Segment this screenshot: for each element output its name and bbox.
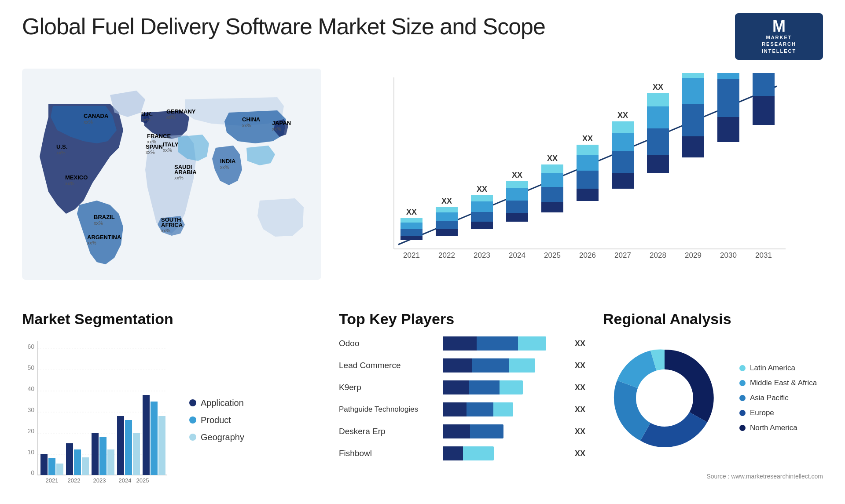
player-bar-fishbowl <box>443 446 564 460</box>
svg-rect-133 <box>133 433 140 475</box>
svg-text:40: 40 <box>27 385 34 392</box>
svg-rect-52 <box>471 195 493 201</box>
source-text: Source : www.marketresearchintellect.com <box>603 473 823 480</box>
svg-text:ARABIA: ARABIA <box>174 169 197 175</box>
page-container: Global Fuel Delivery Software Market Siz… <box>0 0 845 504</box>
player-seg3-k9erp <box>500 380 523 394</box>
svg-text:2025: 2025 <box>136 477 149 484</box>
map-section: CANADA xx% U.S. xx% MEXICO xx% BRAZIL xx… <box>22 69 321 297</box>
regional-section: Regional Analysis <box>603 310 823 504</box>
svg-text:INDIA: INDIA <box>220 158 236 164</box>
svg-text:AFRICA: AFRICA <box>161 222 183 228</box>
seg-legend: Application Product Geography <box>189 398 244 442</box>
player-seg2-pathguide <box>467 402 493 416</box>
player-seg1-k9erp <box>443 380 469 394</box>
svg-rect-88 <box>682 73 704 78</box>
player-row-deskera: Deskera Erp XX <box>339 424 585 438</box>
player-seg1-deskera <box>443 424 470 438</box>
header: Global Fuel Delivery Software Market Siz… <box>22 13 823 60</box>
svg-text:U.S.: U.S. <box>56 143 67 150</box>
seg-chart-area: 0 10 20 30 40 50 60 <box>22 336 321 504</box>
players-list: Odoo XX Lead Commerce <box>339 336 585 460</box>
player-bar-inner-pathguide <box>443 402 513 416</box>
seg-chart-container: 0 10 20 30 40 50 60 <box>22 336 172 504</box>
svg-rect-81 <box>647 106 669 128</box>
svg-text:BRAZIL: BRAZIL <box>94 214 115 220</box>
content-top: CANADA xx% U.S. xx% MEXICO xx% BRAZIL xx… <box>22 69 823 297</box>
player-bar-inner-odoo <box>443 336 546 351</box>
svg-text:XX: XX <box>441 197 452 205</box>
svg-text:2027: 2027 <box>614 251 631 259</box>
world-map: CANADA xx% U.S. xx% MEXICO xx% BRAZIL xx… <box>22 69 321 280</box>
svg-rect-61 <box>541 202 563 212</box>
svg-rect-58 <box>506 181 528 188</box>
svg-text:FRANCE: FRANCE <box>147 133 171 139</box>
legend-geography: Geography <box>189 432 244 442</box>
player-seg2-lead <box>472 358 509 373</box>
player-row-lead: Lead Commerce XX <box>339 358 585 373</box>
player-bar-deskera <box>443 424 564 438</box>
svg-rect-62 <box>541 187 563 202</box>
svg-rect-87 <box>682 78 704 104</box>
player-seg1-pathguide <box>443 402 467 416</box>
player-bar-inner-deskera <box>443 424 503 438</box>
svg-text:xx%: xx% <box>163 147 172 153</box>
legend-label-product: Product <box>201 415 231 425</box>
svg-rect-85 <box>682 136 704 157</box>
svg-rect-38 <box>400 229 422 236</box>
svg-rect-69 <box>577 155 599 171</box>
svg-rect-91 <box>717 117 739 142</box>
key-players-title: Top Key Players <box>339 310 585 328</box>
svg-text:xx%: xx% <box>166 114 176 120</box>
player-bar-inner-k9erp <box>443 380 523 394</box>
player-label-odoo: XX <box>575 339 585 348</box>
svg-rect-50 <box>471 212 493 222</box>
svg-text:XX: XX <box>406 208 417 216</box>
svg-rect-49 <box>471 222 493 229</box>
player-seg2-deskera <box>470 424 503 438</box>
player-seg1-fishbowl <box>443 446 463 460</box>
svg-rect-131 <box>117 416 124 475</box>
svg-rect-127 <box>92 433 99 475</box>
svg-text:XX: XX <box>582 134 593 143</box>
svg-text:U.K.: U.K. <box>141 111 153 117</box>
svg-rect-39 <box>400 223 422 229</box>
reg-label-latin: Latin America <box>750 364 795 373</box>
svg-text:ARGENTINA: ARGENTINA <box>87 234 121 241</box>
svg-text:XX: XX <box>653 83 663 91</box>
svg-rect-80 <box>647 128 669 155</box>
player-name-deskera: Deskera Erp <box>339 427 436 436</box>
regional-legend: Latin America Middle East & Africa Asia … <box>739 364 817 432</box>
svg-rect-43 <box>436 229 458 236</box>
svg-rect-125 <box>82 457 89 475</box>
svg-rect-40 <box>400 218 422 223</box>
player-seg2-k9erp <box>469 380 500 394</box>
svg-rect-119 <box>40 454 48 475</box>
svg-rect-55 <box>506 213 528 222</box>
svg-text:2022: 2022 <box>68 477 81 484</box>
segmentation-title: Market Segmentation <box>22 310 321 328</box>
reg-legend-europe: Europe <box>739 409 817 417</box>
player-bar-pathguide <box>443 402 564 416</box>
svg-rect-82 <box>647 93 669 106</box>
player-seg3-odoo <box>518 336 546 351</box>
svg-rect-98 <box>753 73 775 96</box>
svg-rect-68 <box>577 171 599 189</box>
reg-dot-europe <box>739 410 746 416</box>
svg-text:2028: 2028 <box>650 251 666 259</box>
key-players-section: Top Key Players Odoo XX L <box>339 310 585 504</box>
svg-text:CANADA: CANADA <box>84 113 109 119</box>
svg-text:XX: XX <box>512 171 522 179</box>
svg-text:xx%: xx% <box>141 117 151 122</box>
player-seg2-odoo <box>477 336 518 351</box>
svg-text:CHINA: CHINA <box>242 116 261 123</box>
svg-text:XX: XX <box>617 111 628 120</box>
svg-text:xx%: xx% <box>174 175 184 180</box>
reg-legend-mea: Middle East & Africa <box>739 379 817 387</box>
bar-chart-svg: XX 2021 XX 2022 <box>339 73 823 275</box>
svg-text:0: 0 <box>31 469 34 476</box>
svg-text:2026: 2026 <box>579 251 596 259</box>
reg-dot-mea <box>739 380 746 386</box>
player-bar-lead <box>443 358 564 373</box>
svg-rect-64 <box>541 164 563 173</box>
